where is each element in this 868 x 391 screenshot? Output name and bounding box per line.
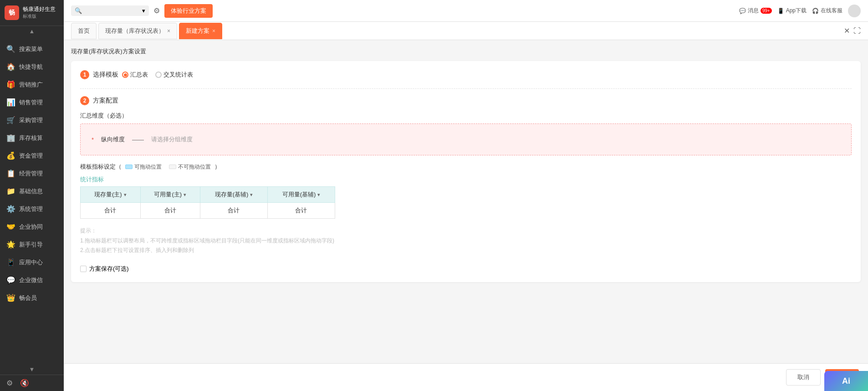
headset-icon: 🎧 [812, 8, 819, 14]
sidebar-item-label: 新手引导 [19, 241, 43, 249]
sidebar-item-appcenter[interactable]: 📱 应用中心 [0, 253, 64, 271]
sidebar: 畅 畅康通好生意 标准版 ▲ 🔍 搜索菜单 🏠 快捷导航 🎁 营销推广 📊 销售… [0, 0, 64, 391]
save-plan-checkbox[interactable]: 方案保存(可选) [80, 265, 129, 273]
template-radio-group: 汇总表 交叉统计表 [122, 71, 193, 79]
sidebar-item-label: 企业微信 [19, 276, 43, 284]
sidebar-item-system[interactable]: ⚙️ 系统管理 [0, 200, 64, 218]
tab-bar: 首页 现存量（库存状况表） × 新建方案 × ✕ ⛶ [64, 22, 868, 40]
app-download-button[interactable]: 📱 App下载 [777, 7, 807, 15]
sidebar-item-label: 搜索菜单 [19, 45, 43, 53]
step1-badge: 1 [80, 70, 89, 79]
window-close-button[interactable]: ✕ [844, 26, 850, 35]
industry-plan-button[interactable]: 体验行业方案 [164, 4, 213, 18]
sidebar-item-marketing[interactable]: 🎁 营销推广 [0, 76, 64, 93]
tab-window-actions: ✕ ⛶ [844, 26, 861, 35]
sidebar-item-wechat[interactable]: 💬 企业微信 [0, 271, 64, 289]
sidebar-item-label: 库存核算 [19, 134, 43, 142]
col-aux-stock[interactable]: 现存量(基辅) ▾ [200, 187, 268, 203]
col-aux-available-label: 可用量(基辅) [282, 190, 316, 199]
search-icon: 🔍 [6, 45, 15, 53]
cell-aux-available-sub: 合计 [267, 203, 335, 219]
sidebar-item-shortcut[interactable]: 🏠 快捷导航 [0, 58, 64, 76]
required-label: 汇总维度（必选） [80, 112, 852, 120]
ai-fab-button[interactable]: Ai [824, 371, 868, 391]
save-plan-label: 方案保存(可选) [89, 265, 129, 273]
avatar[interactable] [848, 5, 861, 17]
col-main-available[interactable]: 可用量(主) ▾ [140, 187, 200, 203]
sidebar-item-label: 快捷导航 [19, 63, 43, 71]
sidebar-item-sales[interactable]: 📊 销售管理 [0, 93, 64, 111]
sidebar-item-label: 应用中心 [19, 258, 43, 267]
radio-cross[interactable]: 交叉统计表 [155, 71, 193, 79]
message-icon: 💬 [739, 8, 746, 14]
sidebar-item-label: 基础信息 [19, 187, 43, 196]
sidebar-item-basic[interactable]: 📁 基础信息 [0, 182, 64, 200]
service-button[interactable]: 🎧 在线客服 [812, 7, 842, 15]
hint-item-1: 1.拖动标题栏可以调整布局，不可跨维度或指标区域拖动栏目字段(只能在同一维度或指… [80, 236, 852, 246]
dimension-placeholder: 请选择分组维度 [151, 135, 193, 144]
settings-icon[interactable]: ⚙ [6, 379, 13, 387]
indicator-settings-label: 模板指标设定（ 可拖动位置 不可拖动位置 ） [80, 163, 852, 171]
sidebar-item-newbie[interactable]: 🌟 新手引导 [0, 236, 64, 253]
gear-settings-icon[interactable]: ⚙ [153, 6, 160, 15]
chart-icon: 📊 [6, 98, 15, 107]
tab-home[interactable]: 首页 [71, 23, 97, 39]
sidebar-item-label: 资金管理 [19, 152, 43, 160]
radio-summary-label: 汇总表 [130, 71, 148, 79]
tab-inventory-close[interactable]: × [167, 28, 170, 34]
sidebar-item-label: 畅会员 [19, 294, 37, 302]
sidebar-item-purchase[interactable]: 🛒 采购管理 [0, 111, 64, 129]
sidebar-item-search[interactable]: 🔍 搜索菜单 [0, 40, 64, 58]
indicator-legend: 可拖动位置 不可拖动位置 [125, 163, 211, 171]
sidebar-item-inventory[interactable]: 🏢 库存核算 [0, 129, 64, 147]
table-row: 合计 合计 合计 合计 [81, 203, 335, 219]
window-expand-button[interactable]: ⛶ [853, 26, 861, 35]
radio-cross-label: 交叉统计表 [163, 71, 193, 79]
tab-new-plan-close[interactable]: × [212, 28, 215, 34]
sidebar-item-label: 销售管理 [19, 98, 43, 107]
sidebar-item-enterprise[interactable]: 🤝 企业协同 [0, 218, 64, 236]
step1-header: 1 选择模板 汇总表 交叉统计表 [80, 70, 852, 79]
tab-inventory-status[interactable]: 现存量（库存状况表） × [98, 23, 177, 39]
radio-summary-circle [122, 72, 128, 78]
sidebar-item-label: 营销推广 [19, 81, 43, 89]
legend-non-draggable-box [169, 165, 176, 169]
sidebar-scroll-up[interactable]: ▲ [0, 26, 64, 36]
tab-new-plan[interactable]: 新建方案 × [179, 23, 222, 39]
search-input[interactable] [85, 8, 139, 14]
save-plan-checkbox-box[interactable] [80, 266, 87, 272]
cell-aux-stock-sub: 合计 [200, 203, 268, 219]
col-aux-available[interactable]: 可用量(基辅) ▾ [267, 187, 335, 203]
legend-draggable-box [125, 165, 133, 169]
radio-cross-circle [155, 72, 162, 78]
step1-section: 1 选择模板 汇总表 交叉统计表 [80, 70, 852, 79]
tab-home-label: 首页 [78, 27, 90, 35]
sidebar-bottom: ⚙ 🔇 [0, 375, 64, 391]
sidebar-item-member[interactable]: 👑 畅会员 [0, 289, 64, 307]
col-aux-stock-label: 现存量(基辅) [215, 190, 249, 199]
topbar: 🔍 ▾ ⚙ 体验行业方案 💬 消息 99+ 📱 App下载 🎧 在线客服 [64, 0, 868, 22]
legend-non-draggable-label: 不可拖动位置 [178, 163, 211, 171]
crown-icon: 👑 [6, 293, 15, 302]
radio-summary[interactable]: 汇总表 [122, 71, 148, 79]
sidebar-item-finance[interactable]: 💰 资金管理 [0, 147, 64, 165]
dimension-area[interactable]: * 纵向维度 —— 请选择分组维度 [80, 123, 852, 155]
col-main-stock[interactable]: 现存量(主) ▾ [81, 187, 141, 203]
cell-main-available-sub: 合计 [140, 203, 200, 219]
handshake-icon: 🤝 [6, 222, 15, 231]
indicator-settings: 模板指标设定（ 可拖动位置 不可拖动位置 ） [80, 163, 852, 256]
sidebar-item-operations[interactable]: 📋 经营管理 [0, 165, 64, 182]
cell-main-stock-sub: 合计 [81, 203, 141, 219]
gear-icon: ⚙️ [6, 205, 15, 213]
message-button[interactable]: 💬 消息 99+ [739, 7, 772, 15]
app-icon: 📱 [777, 8, 784, 14]
col-main-stock-label: 现存量(主) [94, 190, 122, 199]
mute-icon[interactable]: 🔇 [20, 379, 29, 387]
topbar-right: 💬 消息 99+ 📱 App下载 🎧 在线客服 [739, 5, 861, 17]
col-aux-available-chevron: ▾ [317, 192, 320, 198]
cancel-button[interactable]: 取消 [786, 369, 821, 386]
sidebar-scroll-down[interactable]: ▼ [0, 364, 64, 375]
topbar-search[interactable]: 🔍 ▾ [71, 5, 149, 16]
sidebar-brand: 畅 畅康通好生意 标准版 [0, 0, 64, 26]
ai-fab-label: Ai [842, 376, 850, 386]
